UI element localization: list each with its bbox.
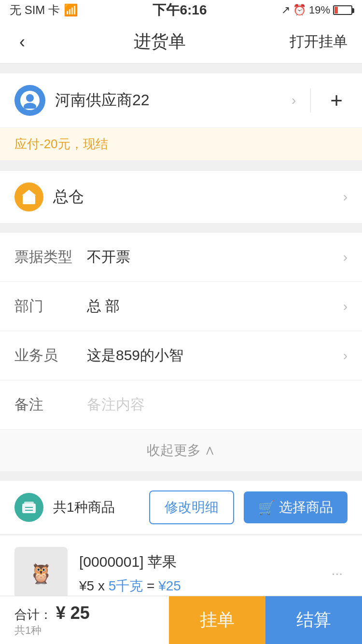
remark-label: 备注 xyxy=(14,395,72,415)
supplier-avatar xyxy=(14,85,45,116)
status-bar: 无 SIM 卡 📶 下午6:16 ↗ ⏰ 19% xyxy=(0,0,362,20)
edit-detail-button[interactable]: 修改明细 xyxy=(149,490,234,524)
remark-row[interactable]: 备注 备注内容 xyxy=(0,380,362,429)
battery-fill xyxy=(334,7,338,14)
salesperson-arrow: › xyxy=(343,348,348,364)
divider-4 xyxy=(0,471,362,481)
product-code: [0000001] xyxy=(79,554,148,570)
svg-marker-3 xyxy=(22,190,36,196)
divider-2 xyxy=(0,161,362,171)
svg-rect-2 xyxy=(23,196,35,204)
vertical-divider xyxy=(310,88,311,112)
warehouse-icon xyxy=(14,182,43,211)
bottom-bar: 合计： ¥ 25 共1种 挂单 结算 xyxy=(0,596,362,644)
product-price: ¥5 x 5千克 = ¥25 xyxy=(79,577,315,595)
notice-text: 应付-20元，现结 xyxy=(14,137,108,151)
cart-icon: 🛒 xyxy=(258,500,275,516)
total-amount: ¥ 25 xyxy=(56,603,90,623)
product-info: [0000001] 苹果 ¥5 x 5千克 = ¥25 xyxy=(79,552,315,595)
ticket-type-row[interactable]: 票据类型 不开票 › xyxy=(0,233,362,282)
carrier-text: 无 SIM 卡 xyxy=(10,2,60,18)
alarm-icon: ⏰ xyxy=(293,4,306,16)
nav-bar: ‹ 进货单 打开挂单 xyxy=(0,20,362,64)
checkout-button[interactable]: 结算 xyxy=(265,596,362,644)
department-arrow: › xyxy=(343,299,348,314)
warehouse-row[interactable]: 总仓 › xyxy=(0,171,362,223)
battery-icon xyxy=(333,5,352,15)
ticket-type-arrow: › xyxy=(343,250,348,265)
department-label: 部门 xyxy=(14,296,72,316)
total-count: 共1种 xyxy=(14,623,154,638)
select-product-label: 选择商品 xyxy=(279,498,333,517)
divider-3 xyxy=(0,223,362,233)
status-time: 下午6:16 xyxy=(153,1,207,19)
avatar-icon xyxy=(20,91,40,110)
total-section: 合计： ¥ 25 共1种 xyxy=(0,596,169,644)
status-left: 无 SIM 卡 📶 xyxy=(10,2,78,18)
product-title: 苹果 xyxy=(148,554,177,570)
department-row[interactable]: 部门 总 部 › xyxy=(0,282,362,331)
warehouse-section: 总仓 › xyxy=(0,171,362,223)
department-value: 总 部 xyxy=(87,296,343,316)
ticket-type-label: 票据类型 xyxy=(14,247,72,267)
product-logo-icon: 🦉 xyxy=(29,562,53,585)
salesperson-row[interactable]: 业务员 这是859的小智 › xyxy=(0,331,362,380)
page-title: 进货单 xyxy=(134,30,186,54)
quantity: 5千克 xyxy=(109,578,143,593)
battery-percent: 19% xyxy=(309,4,330,16)
collapse-row[interactable]: 收起更多 ∧ xyxy=(0,429,362,471)
supplier-arrow-icon: › xyxy=(292,93,296,108)
equals: = xyxy=(143,578,158,593)
svg-point-0 xyxy=(26,94,34,102)
supplier-section: 河南供应商22 › + 应付-20元，现结 xyxy=(0,73,362,161)
collapse-text: 收起更多 ∧ xyxy=(147,443,216,458)
product-name: [0000001] 苹果 xyxy=(79,552,315,572)
product-thumbnail: 🦉 xyxy=(14,547,68,600)
status-right: ↗ ⏰ 19% xyxy=(281,4,352,16)
svg-rect-4 xyxy=(22,504,36,513)
total-row: 合计： ¥ 25 xyxy=(14,603,154,623)
divider-1 xyxy=(0,64,362,73)
supplier-row[interactable]: 河南供应商22 › + xyxy=(0,73,362,127)
remark-placeholder: 备注内容 xyxy=(87,395,348,415)
add-button[interactable]: + xyxy=(325,88,348,112)
notice-bar: 应付-20元，现结 xyxy=(0,127,362,161)
select-product-button[interactable]: 🛒 选择商品 xyxy=(244,491,348,523)
product-more-button[interactable]: ··· xyxy=(327,561,348,586)
warehouse-name: 总仓 xyxy=(53,186,343,208)
back-button[interactable]: ‹ xyxy=(14,27,30,57)
unit-price: ¥5 x xyxy=(79,578,109,593)
total-label: 合计： xyxy=(14,607,52,622)
product-count-text: 共1种商品 xyxy=(53,498,139,517)
product-header: 共1种商品 修改明细 🛒 选择商品 xyxy=(0,481,362,534)
hang-order-button[interactable]: 挂单 xyxy=(169,596,265,644)
salesperson-value: 这是859的小智 xyxy=(87,346,343,365)
svg-point-1 xyxy=(24,103,36,109)
salesperson-label: 业务员 xyxy=(14,346,72,365)
svg-rect-5 xyxy=(24,502,34,504)
wifi-icon: 📶 xyxy=(64,3,78,17)
total-price: ¥25 xyxy=(158,578,181,593)
form-section: 票据类型 不开票 › 部门 总 部 › 业务员 这是859的小智 › 备注 备注… xyxy=(0,233,362,429)
warehouse-arrow-icon: › xyxy=(343,189,348,205)
supplier-name: 河南供应商22 xyxy=(55,90,292,111)
open-hang-button[interactable]: 打开挂单 xyxy=(290,32,348,52)
location-icon: ↗ xyxy=(281,4,290,16)
product-icon xyxy=(14,493,43,522)
ticket-type-value: 不开票 xyxy=(87,247,343,267)
